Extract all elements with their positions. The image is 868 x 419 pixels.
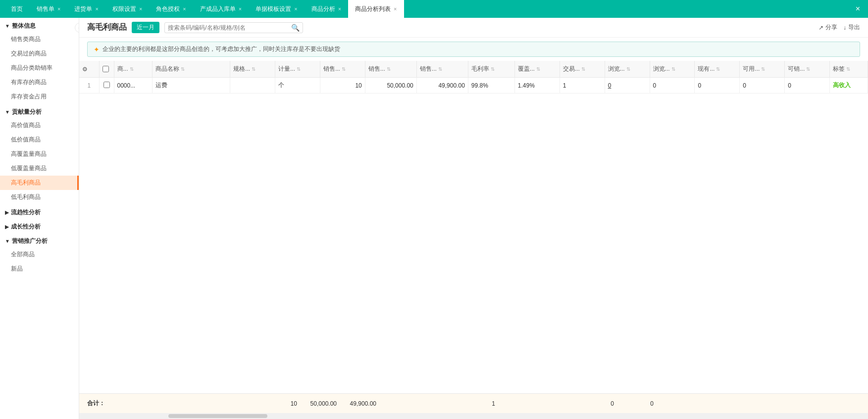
cell-browse1[interactable]: 0 (605, 78, 650, 93)
cell-sale-amt: 50,000.00 (365, 78, 416, 93)
close-permission-settings[interactable]: × (139, 6, 142, 12)
cell-saleable: 0 (785, 78, 830, 93)
cell-sale-qty: 10 (320, 78, 365, 93)
nav-sales-order[interactable]: 销售单 × (30, 0, 67, 18)
th-spec[interactable]: 规格...⇅ (230, 61, 275, 78)
sort-name-icon: ⇅ (181, 66, 185, 72)
th-code[interactable]: 商...⇅ (114, 61, 153, 78)
th-coverage[interactable]: 覆盖...⇅ (514, 61, 560, 78)
select-all-checkbox[interactable] (102, 66, 109, 72)
export-button[interactable]: ↓ 导出 (843, 23, 860, 32)
cell-checkbox (99, 78, 114, 93)
th-saleable[interactable]: 可销...⇅ (785, 61, 830, 78)
export-icon: ↓ (843, 24, 846, 31)
nav-purchase-order[interactable]: 进货单 × (67, 0, 105, 18)
sidebar-item-high-value[interactable]: 高价值商品 (0, 118, 79, 133)
sort-trade-count-icon: ⇅ (581, 66, 585, 72)
th-name[interactable]: 商品名称⇅ (153, 61, 230, 78)
window-close-button[interactable]: × (852, 4, 864, 13)
sort-available-icon: ⇅ (761, 66, 765, 72)
header-actions: ↗ 分享 ↓ 导出 (818, 23, 860, 32)
sort-saleable-icon: ⇅ (806, 66, 810, 72)
search-input[interactable] (168, 24, 291, 31)
sidebar-item-sales-products[interactable]: 销售类商品 (0, 32, 79, 47)
close-product-analysis-list[interactable]: × (394, 6, 397, 12)
sort-coverage-icon: ⇅ (536, 66, 540, 72)
cell-available: 0 (740, 78, 785, 93)
cell-gross-rate: 99.8% (468, 78, 514, 93)
filter-recent-month-button[interactable]: 近一月 (132, 22, 159, 33)
sort-sale-qty-icon: ⇅ (342, 66, 346, 72)
th-sale-amt[interactable]: 销售...⇅ (365, 61, 416, 78)
nav-permission-settings[interactable]: 权限设置 × (105, 0, 149, 18)
sidebar-item-low-margin[interactable]: 低毛利商品 (0, 190, 79, 204)
th-available[interactable]: 可用...⇅ (740, 61, 785, 78)
sidebar-item-traded-products[interactable]: 交易过的商品 (0, 47, 79, 61)
th-unit[interactable]: 计量...⇅ (275, 61, 320, 78)
footer-totals: 10 50,000.00 49,900.00 1 0 0 (115, 400, 860, 407)
nav-product-inbound[interactable]: 产成品入库单 × (193, 0, 249, 18)
sidebar-group-trend[interactable]: ▶ 流趋性分析 (0, 204, 79, 219)
close-purchase-order[interactable]: × (95, 6, 98, 12)
sidebar-item-low-value[interactable]: 低价值商品 (0, 133, 79, 147)
close-sales-order[interactable]: × (57, 6, 60, 12)
cell-code: 0000... (114, 78, 153, 93)
search-icon[interactable]: 🔍 (291, 24, 300, 32)
sort-gross-rate-icon: ⇅ (491, 66, 495, 72)
sort-sale-amt-icon: ⇅ (387, 66, 391, 72)
footer-current: 0 (580, 400, 620, 407)
nav-home[interactable]: 首页 (4, 0, 30, 18)
footer-sale-qty: 10 (263, 400, 303, 407)
sidebar-item-stocked-products[interactable]: 有库存的商品 (0, 75, 79, 90)
sidebar-group-marketing[interactable]: ▼ 营销推广分析 (0, 233, 79, 247)
share-button[interactable]: ↗ 分享 (818, 23, 837, 32)
bottom-scrollbar[interactable] (79, 413, 868, 419)
sidebar-item-high-margin[interactable]: 高毛利商品 (0, 176, 79, 190)
sidebar-item-category-rate[interactable]: 商品分类助销率 (0, 61, 79, 75)
sidebar-item-high-coverage[interactable]: 高覆盖量商品 (0, 147, 79, 161)
scrollbar-thumb[interactable] (168, 414, 267, 418)
sidebar-item-new-products[interactable]: 新品 (0, 262, 79, 276)
page-title: 高毛利商品 (87, 22, 127, 33)
nav-template-settings[interactable]: 单据模板设置 × (249, 0, 304, 18)
th-sale-qty[interactable]: 销售...⇅ (320, 61, 365, 78)
th-browse2[interactable]: 浏览...⇅ (650, 61, 695, 78)
close-template-settings[interactable]: × (294, 6, 297, 12)
row-checkbox[interactable] (103, 82, 110, 88)
th-tag[interactable]: 标签⇅ (830, 61, 868, 78)
main-layout: « ▼ 整体信息 销售类商品 交易过的商品 商品分类助销率 有库存的商品 库存资… (0, 18, 868, 419)
cell-sale-profit: 49,900.00 (416, 78, 468, 93)
th-gross-rate[interactable]: 毛利率⇅ (468, 61, 514, 78)
marketing-arrow-icon: ▼ (5, 238, 10, 244)
nav-product-analysis[interactable]: 商品分析 × (305, 0, 348, 18)
table-row: 1 0000... 运费 个 10 50,000.00 49,900.00 99… (79, 78, 868, 93)
overall-arrow-icon: ▼ (5, 23, 10, 29)
th-browse1[interactable]: 浏览...⇅ (605, 61, 650, 78)
close-product-analysis[interactable]: × (338, 6, 341, 12)
sidebar-item-inventory-capital[interactable]: 库存资金占用 (0, 90, 79, 104)
th-sale-profit[interactable]: 销售...⇅ (416, 61, 468, 78)
table-header-row: ⚙ 商...⇅ 商品名称⇅ 规格...⇅ (79, 61, 868, 78)
th-trade-count[interactable]: 交易...⇅ (560, 61, 605, 78)
nav-product-analysis-list[interactable]: 商品分析列表 × (348, 0, 404, 18)
data-table: ⚙ 商...⇅ 商品名称⇅ 规格...⇅ (79, 61, 868, 93)
th-settings[interactable]: ⚙ (79, 61, 99, 78)
sidebar-group-overall[interactable]: ▼ 整体信息 (0, 18, 79, 32)
content-area: 高毛利商品 近一月 🔍 ↗ 分享 ↓ 导出 ✦ 企业的主要的利润都是这部分商品创… (79, 18, 868, 419)
th-current[interactable]: 现有...⇅ (695, 61, 740, 78)
footer-sale-profit: 49,900.00 (343, 400, 382, 407)
table-wrapper[interactable]: ⚙ 商...⇅ 商品名称⇅ 规格...⇅ (79, 61, 868, 393)
sidebar-group-growth[interactable]: ▶ 成长性分析 (0, 219, 79, 233)
nav-role-auth[interactable]: 角色授权 × (149, 0, 193, 18)
share-icon: ↗ (818, 24, 823, 31)
close-product-inbound[interactable]: × (239, 6, 242, 12)
cell-spec (230, 78, 275, 93)
sidebar-group-contribution[interactable]: ▼ 贡献量分析 (0, 104, 79, 118)
footer-available: 0 (620, 400, 660, 407)
info-icon: ✦ (94, 46, 100, 53)
sidebar-item-low-coverage[interactable]: 低覆盖量商品 (0, 161, 79, 176)
contribution-arrow-icon: ▼ (5, 109, 10, 115)
close-role-auth[interactable]: × (183, 6, 186, 12)
sidebar-item-all-products[interactable]: 全部商品 (0, 247, 79, 262)
sort-code-icon: ⇅ (130, 66, 134, 72)
